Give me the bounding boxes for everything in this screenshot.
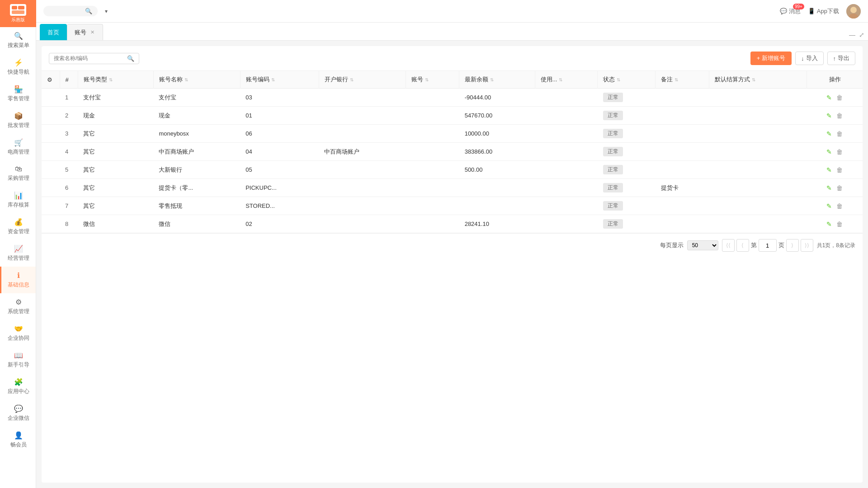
delete-button-0[interactable]: 🗑 (836, 94, 843, 101)
delete-button-2[interactable]: 🗑 (836, 130, 843, 137)
th-settlement-label: 默认结算方式 (715, 75, 750, 84)
row-account-3 (406, 143, 459, 161)
th-balance[interactable]: 最新余额 ⇅ (459, 71, 535, 89)
row-code-0: 03 (240, 89, 319, 107)
th-bank[interactable]: 开户银行 ⇅ (319, 71, 406, 89)
th-account-label: 账号 (411, 75, 423, 84)
th-remark[interactable]: 备注 ⇅ (656, 71, 709, 89)
th-remark-label: 备注 (661, 75, 673, 84)
header-dropdown[interactable]: ▾ (103, 8, 108, 14)
page-next-button[interactable]: ⟩ (786, 239, 799, 252)
search-icon[interactable]: 🔍 (127, 55, 134, 62)
tab-account-label: 账号 (75, 28, 86, 37)
delete-button-3[interactable]: 🗑 (836, 148, 843, 155)
edit-button-7[interactable]: ✎ (826, 221, 832, 228)
th-account[interactable]: 账号 ⇅ (406, 71, 459, 89)
th-name[interactable]: 账号名称 ⇅ (153, 71, 240, 89)
sidebar-item-finance[interactable]: 💰 资金管理 (0, 213, 36, 240)
sort-balance-icon[interactable]: ⇅ (490, 77, 494, 82)
edit-button-5[interactable]: ✎ (826, 184, 832, 192)
sidebar-item-shortcut[interactable]: ⚡ 快捷导航 (0, 54, 36, 80)
sidebar-item-enterprise[interactable]: 🤝 企业协同 (0, 320, 36, 347)
sidebar-item-wholesale[interactable]: 📦 批发管理 (0, 107, 36, 134)
sort-usage-icon[interactable]: ⇅ (559, 77, 562, 82)
sidebar-item-retail[interactable]: 🏪 零售管理 (0, 80, 36, 107)
sort-name-icon[interactable]: ⇅ (184, 77, 188, 82)
th-usage[interactable]: 使用... ⇅ (535, 71, 598, 89)
sort-settlement-icon[interactable]: ⇅ (752, 77, 755, 82)
app-download-button[interactable]: 📱 App下载 (808, 7, 839, 15)
row-status-4: 正常 (598, 161, 656, 179)
sidebar-item-inventory[interactable]: 📊 库存核算 (0, 187, 36, 213)
th-status[interactable]: 状态 ⇅ (598, 71, 656, 89)
tab-close-icon[interactable]: ✕ (89, 29, 95, 36)
search-box[interactable]: 🔍 (49, 53, 139, 64)
row-type-4: 其它 (78, 161, 153, 179)
sidebar-item-purchase[interactable]: 🛍 采购管理 (0, 160, 36, 187)
sidebar-item-ecommerce[interactable]: 🛒 电商管理 (0, 134, 36, 160)
tab-minimize-icon[interactable]: — (849, 31, 855, 38)
header-search-input[interactable] (49, 8, 85, 14)
row-code-1: 01 (240, 107, 319, 125)
table-header: ⚙ # 账号类型 ⇅ 账号名称 (42, 71, 863, 89)
sidebar-item-basic-info[interactable]: ℹ 基础信息 (0, 267, 36, 293)
search-input[interactable] (54, 55, 127, 61)
page-size-selector[interactable]: 50 100 (687, 240, 718, 250)
th-settlement[interactable]: 默认结算方式 ⇅ (709, 71, 807, 89)
system-icon: ⚙ (15, 298, 22, 306)
row-account-6 (406, 197, 459, 215)
export-button[interactable]: ↑ 导出 (827, 52, 856, 65)
sidebar-item-apps[interactable]: 🧩 应用中心 (0, 373, 36, 400)
sidebar-item-guide[interactable]: 📖 新手引导 (0, 347, 36, 373)
row-remark-0 (656, 89, 709, 107)
row-balance-0: -90444.00 (459, 89, 535, 107)
sort-account-icon[interactable]: ⇅ (425, 77, 429, 82)
edit-button-6[interactable]: ✎ (826, 202, 832, 210)
tab-home[interactable]: 首页 (40, 24, 67, 40)
sort-type-icon[interactable]: ⇅ (109, 77, 113, 82)
edit-button-0[interactable]: ✎ (826, 94, 832, 101)
sidebar-item-member[interactable]: 👤 畅会员 (0, 427, 36, 453)
delete-button-7[interactable]: 🗑 (836, 221, 843, 228)
sidebar-item-operations[interactable]: 📈 经营管理 (0, 240, 36, 267)
message-button[interactable]: 💬 消息 99+ (780, 7, 801, 15)
row-balance-3: 383866.00 (459, 143, 535, 161)
header-search-box[interactable]: 🔍 (43, 6, 98, 16)
edit-button-2[interactable]: ✎ (826, 130, 832, 137)
row-settlement-0 (709, 89, 807, 107)
sort-status-icon[interactable]: ⇅ (617, 77, 620, 82)
page-prev-button[interactable]: ⟨ (736, 239, 749, 252)
import-button[interactable]: ↓ 导入 (795, 52, 824, 65)
th-type[interactable]: 账号类型 ⇅ (78, 71, 153, 89)
page-last-button[interactable]: ⟩⟩ (801, 239, 813, 252)
row-actions-3: ✎ 🗑 (807, 143, 863, 161)
delete-button-4[interactable]: 🗑 (836, 166, 843, 174)
content-area: 🔍 + 新增账号 ↓ 导入 ↑ 导出 (36, 41, 868, 488)
delete-button-5[interactable]: 🗑 (836, 184, 843, 192)
row-usage-2 (535, 125, 598, 143)
sort-bank-icon[interactable]: ⇅ (350, 77, 354, 82)
sidebar-item-wechat[interactable]: 💬 企业微信 (0, 400, 36, 427)
add-account-button[interactable]: + 新增账号 (750, 52, 792, 65)
delete-button-6[interactable]: 🗑 (836, 202, 843, 210)
sidebar-item-search[interactable]: 🔍 搜索菜单 (0, 27, 36, 54)
th-settings[interactable]: ⚙ (42, 71, 60, 89)
row-bank-4 (319, 161, 406, 179)
page-number-input[interactable]: 1 (759, 239, 777, 252)
th-code[interactable]: 账号编码 ⇅ (240, 71, 319, 89)
sort-remark-icon[interactable]: ⇅ (675, 77, 678, 82)
sidebar-item-system[interactable]: ⚙ 系统管理 (0, 293, 36, 320)
row-name-1: 现金 (153, 107, 240, 125)
edit-button-3[interactable]: ✎ (826, 148, 832, 155)
tab-account[interactable]: 账号 ✕ (67, 24, 103, 40)
delete-button-1[interactable]: 🗑 (836, 112, 843, 119)
page-first-button[interactable]: ⟨⟨ (722, 239, 735, 252)
header-left: 🔍 ▾ (43, 6, 108, 16)
edit-button-4[interactable]: ✎ (826, 166, 832, 174)
user-avatar[interactable] (846, 4, 861, 19)
edit-button-1[interactable]: ✎ (826, 112, 832, 119)
page-size-select[interactable]: 50 100 (687, 240, 718, 250)
tab-maximize-icon[interactable]: ⤢ (859, 31, 864, 38)
row-account-5 (406, 179, 459, 197)
sort-code-icon[interactable]: ⇅ (271, 77, 275, 82)
